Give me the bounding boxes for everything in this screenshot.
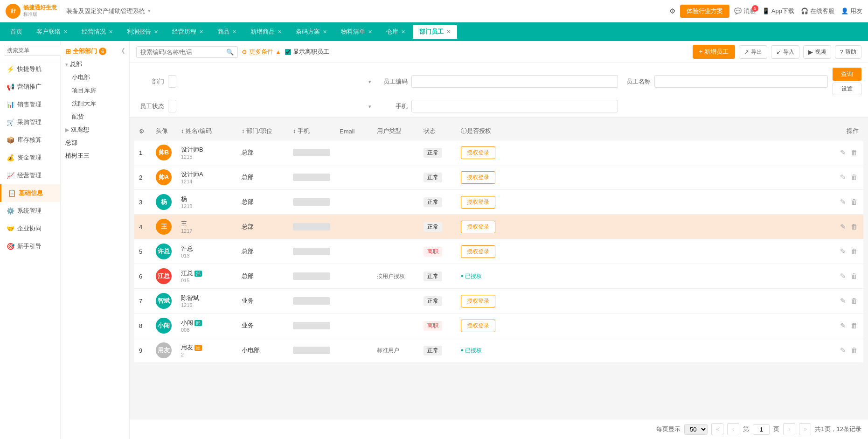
show-resign-checkbox[interactable]: 显示离职员工 (285, 48, 329, 56)
code-filter: 员工编码 (380, 75, 618, 88)
delete-button[interactable]: 🗑 (850, 197, 859, 207)
dept-item-zongbu-group[interactable]: ▾ 总部 (61, 58, 129, 71)
tab-goods[interactable]: 商品 ✕ (211, 25, 243, 39)
nav-item-collab[interactable]: 🤝企业协同 (0, 220, 60, 237)
app-download-btn[interactable]: 📱 App下载 (762, 7, 794, 15)
help-button[interactable]: ? 帮助 (835, 45, 861, 59)
edit-button[interactable]: ✎ (839, 296, 847, 306)
export-button[interactable]: ↗ 导出 (739, 45, 767, 59)
page-label: 第 (743, 425, 749, 433)
tab-home[interactable]: 首页 (4, 25, 29, 39)
more-filter-btn[interactable]: ⚙ 更多条件 ▲ (242, 48, 281, 56)
col-no: 4 (134, 215, 151, 239)
nav-item-sales[interactable]: 📊销售管理 (0, 96, 60, 113)
edit-button[interactable]: ✎ (839, 172, 847, 182)
search-button[interactable]: 查询 (833, 68, 861, 81)
nav-item-operation[interactable]: 📈经营管理 (0, 167, 60, 184)
col-status-cell: 正常 (419, 338, 456, 363)
tab-dept[interactable]: 部门员工 ✕ (413, 25, 457, 39)
next-page-btn[interactable]: › (783, 423, 795, 435)
phone-blur (293, 198, 330, 206)
phone-input[interactable] (411, 100, 618, 112)
tab-process[interactable]: 经营历程 ✕ (166, 25, 210, 39)
nav-item-guide[interactable]: 🎯新手引导 (0, 237, 60, 255)
nav-item-system[interactable]: ⚙️系统管理 (0, 202, 60, 220)
dept-item-peihu[interactable]: 配货 (61, 110, 129, 123)
delete-button[interactable]: 🗑 (850, 345, 859, 355)
collapse-btn[interactable]: 《 (118, 47, 125, 56)
tab-customer[interactable]: 客户联络 ✕ (30, 25, 74, 39)
tab-material[interactable]: 物料清单 ✕ (334, 25, 379, 39)
col-phone[interactable]: ↕ 手机 (288, 122, 335, 140)
edit-button[interactable]: ✎ (839, 271, 847, 281)
col-name-cell: 设计师B 1215 (176, 140, 237, 165)
col-dept[interactable]: ↕ 部门/职位 (237, 122, 288, 140)
dept-item-shenyang[interactable]: 沈阳大库 (61, 97, 129, 110)
tab-profit-report[interactable]: 经营情况 ✕ (75, 25, 119, 39)
delete-button[interactable]: 🗑 (850, 147, 859, 158)
edit-button[interactable]: ✎ (839, 197, 847, 207)
left-nav: 🔍 ⚡快捷导航 📢营销推广 📊销售管理 🛒采购管理 📦库存核算 💰资金管理 📈经… (0, 41, 61, 439)
dept-item-shuanglu[interactable]: ▶ 双鹿想 (61, 123, 129, 136)
tab-addgoods[interactable]: 新增商品 ✕ (244, 25, 288, 39)
trial-button[interactable]: 体验行业方案 (680, 5, 729, 18)
dept-item-zhishuwang[interactable]: 植树王三 (61, 149, 129, 162)
last-page-btn[interactable]: » (799, 423, 811, 435)
delete-button[interactable]: 🗑 (850, 222, 859, 232)
delete-button[interactable]: 🗑 (850, 296, 859, 306)
first-page-btn[interactable]: « (711, 423, 723, 435)
collab-icon: 🤝 (7, 225, 14, 232)
message-btn[interactable]: 💬 5 消息 (734, 7, 756, 15)
import-button[interactable]: ↙ 导入 (771, 45, 799, 59)
dept-select[interactable] (168, 75, 176, 88)
nav-item-finance[interactable]: 💰资金管理 (0, 149, 60, 167)
nav-item-basic[interactable]: 📋基础信息 (0, 184, 60, 202)
edit-button[interactable]: ✎ (839, 222, 847, 232)
prev-page-btn[interactable]: ‹ (727, 423, 739, 435)
per-page-select[interactable]: 50 100 200 (684, 424, 708, 435)
settings-icon[interactable]: ⚙ (669, 7, 675, 15)
delete-button[interactable]: 🗑 (850, 172, 859, 182)
delete-button[interactable]: 🗑 (850, 321, 859, 331)
edit-button[interactable]: ✎ (839, 246, 847, 257)
video-button[interactable]: ▶ 视频 (803, 45, 831, 59)
auth-login-button[interactable]: 授权登录 (461, 196, 495, 209)
tab-profit[interactable]: 利润报告 ✕ (120, 25, 165, 39)
set-button[interactable]: 设置 (833, 83, 861, 95)
col-phone-cell (288, 165, 335, 190)
dept-item-project[interactable]: 项目库房 (61, 84, 129, 97)
status-select[interactable] (168, 100, 176, 112)
nav-item-marketing[interactable]: 📢营销推广 (0, 78, 60, 96)
dept-item-xiao-dian[interactable]: 小电部 (61, 71, 129, 84)
col-settings[interactable]: ⚙ (134, 122, 151, 140)
auth-login-button[interactable]: 授权登录 (461, 320, 495, 332)
dept-item-zongbu-leaf[interactable]: 总部 (61, 136, 129, 149)
search-input[interactable] (140, 49, 224, 56)
auth-login-button[interactable]: 授权登录 (461, 245, 495, 258)
nav-item-inventory[interactable]: 📦库存核算 (0, 131, 60, 149)
dept-all-btn[interactable]: ⊞ 全部部门 6 《 (61, 45, 129, 58)
message-icon: 💬 (734, 7, 742, 14)
name-input[interactable] (654, 75, 828, 88)
nav-item-shortcut[interactable]: ⚡快捷导航 (0, 60, 60, 78)
page-input[interactable] (753, 424, 770, 435)
edit-button[interactable]: ✎ (839, 147, 847, 158)
auth-login-button[interactable]: 授权登录 (461, 221, 495, 233)
col-name[interactable]: ↕ 姓名/编码 (176, 122, 237, 140)
edit-button[interactable]: ✎ (839, 321, 847, 331)
user-menu[interactable]: 👤 用友 (841, 7, 862, 15)
auth-login-button[interactable]: 授权登录 (461, 171, 495, 184)
auth-login-button[interactable]: 授权登录 (461, 146, 495, 159)
delete-button[interactable]: 🗑 (850, 246, 859, 257)
col-email-cell (335, 338, 372, 363)
online-service-btn[interactable]: 🎧 在线客服 (801, 7, 834, 15)
code-input[interactable] (411, 75, 618, 88)
delete-button[interactable]: 🗑 (850, 271, 859, 281)
col-dept-cell: 总部 (237, 215, 288, 239)
nav-item-purchase[interactable]: 🛒采购管理 (0, 113, 60, 131)
edit-button[interactable]: ✎ (839, 345, 847, 355)
tab-warehouse[interactable]: 仓库 ✕ (380, 25, 412, 39)
add-employee-button[interactable]: + 新增员工 (693, 45, 735, 59)
tab-barcode[interactable]: 条码方案 ✕ (289, 25, 333, 39)
auth-login-button[interactable]: 授权登录 (461, 295, 495, 307)
